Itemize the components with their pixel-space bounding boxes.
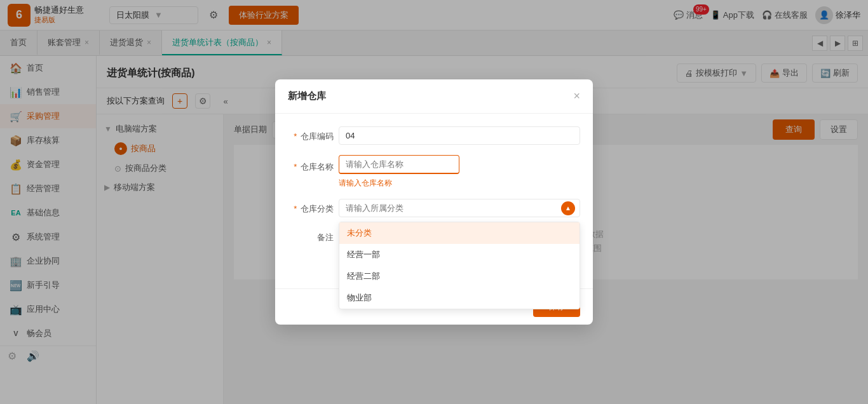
dialog-header: 新增仓库 × <box>275 79 593 114</box>
warehouse-name-input[interactable] <box>339 155 459 174</box>
warehouse-code-input[interactable] <box>339 126 580 145</box>
category-select-wrap: ▲ 未分类 经营一部 经营二部 物业部 <box>339 199 580 217</box>
field-name-label: * 仓库名称 <box>288 157 339 173</box>
category-dropdown-arrow[interactable]: ▲ <box>561 201 575 215</box>
dropdown-item-property[interactable]: 物业部 <box>339 287 580 309</box>
dialog-title: 新增仓库 <box>288 90 326 102</box>
dialog-add-warehouse: 新增仓库 × * 仓库编码 * 仓库名称 请输入仓库 <box>275 79 593 325</box>
dropdown-item-dept1[interactable]: 经营一部 <box>339 244 580 266</box>
field-category: * 仓库分类 ▲ 未分类 经营一部 经营二部 物业部 <box>288 199 580 217</box>
name-error-text: 请输入仓库名称 <box>339 178 392 189</box>
field-code: * 仓库编码 <box>288 126 580 145</box>
required-star-name: * <box>294 162 297 172</box>
required-star: * <box>294 131 297 141</box>
field-category-label: * 仓库分类 <box>288 199 339 215</box>
dialog-body: * 仓库编码 * 仓库名称 请输入仓库名称 请输入仓库名称 <box>275 114 593 288</box>
dropdown-item-unclassified[interactable]: 未分类 <box>339 222 580 244</box>
modal-overlay: 新增仓库 × * 仓库编码 * 仓库名称 请输入仓库 <box>0 0 868 404</box>
category-select-input[interactable] <box>339 199 580 217</box>
dropdown-item-dept2[interactable]: 经营二部 <box>339 266 580 287</box>
required-star-cat: * <box>294 204 297 213</box>
dialog-close-button[interactable]: × <box>573 90 580 103</box>
field-name: * 仓库名称 请输入仓库名称 请输入仓库名称 <box>288 155 580 189</box>
field-note-label: 备注 <box>288 227 339 243</box>
category-dropdown: 未分类 经营一部 经营二部 物业部 <box>339 222 580 309</box>
field-code-label: * 仓库编码 <box>288 126 339 142</box>
